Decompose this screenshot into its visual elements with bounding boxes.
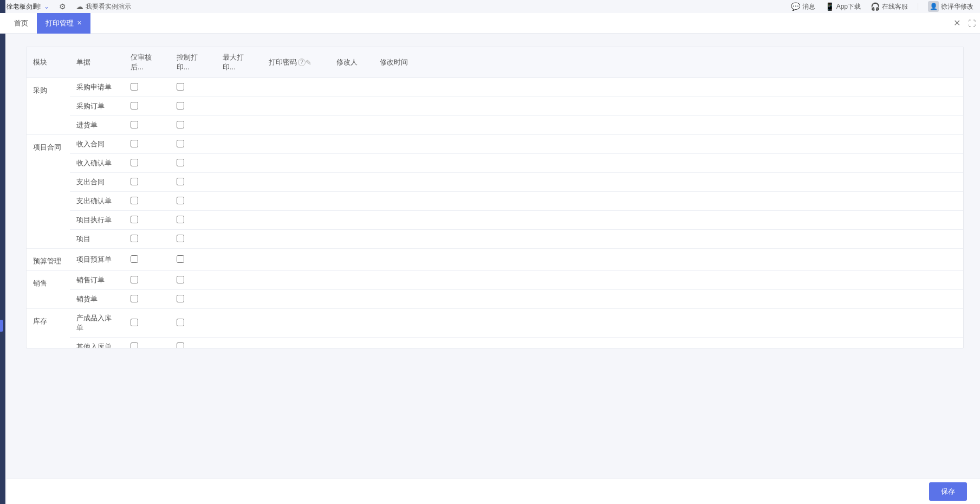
control-checkbox[interactable]: [177, 235, 184, 242]
approve-checkbox[interactable]: [131, 83, 138, 91]
module-cell: 项目合同: [27, 135, 70, 249]
approve-checkbox[interactable]: [131, 295, 138, 302]
empty-cell: [330, 271, 373, 290]
empty-cell: [330, 290, 373, 309]
control-checkbox[interactable]: [177, 121, 184, 128]
document-cell: 项目执行单: [70, 211, 124, 230]
messages-link[interactable]: 💬 消息: [791, 2, 815, 11]
empty-cell: [216, 249, 262, 271]
approve-checkbox-cell: [124, 173, 170, 192]
approve-checkbox[interactable]: [131, 197, 138, 204]
approve-checkbox[interactable]: [131, 216, 138, 223]
demo-link[interactable]: ☁ 我要看实例演示: [76, 2, 131, 11]
table-row: 支出合同: [27, 173, 963, 192]
table-row: 库存产成品入库单: [27, 309, 963, 338]
control-checkbox[interactable]: [177, 295, 184, 302]
close-all-icon[interactable]: ✕: [953, 18, 960, 28]
table-header-row: 模块 单据 仅审核后... 控制打印... 最大打印... 打印密码 ? ✎: [27, 47, 963, 78]
empty-cell: [216, 290, 262, 309]
tab-print-management[interactable]: 打印管理 ✕: [37, 13, 90, 34]
control-checkbox[interactable]: [177, 343, 184, 348]
print-settings-table: 模块 单据 仅审核后... 控制打印... 最大打印... 打印密码 ? ✎: [27, 47, 963, 348]
approve-checkbox[interactable]: [131, 276, 138, 283]
org-selector[interactable]: 徐老板勿删! ⌄: [7, 2, 49, 11]
empty-cell: [216, 192, 262, 211]
approve-checkbox[interactable]: [131, 159, 138, 166]
tab-active-label: 打印管理: [46, 18, 74, 28]
edit-icon[interactable]: ✎: [306, 59, 311, 67]
approve-checkbox[interactable]: [131, 121, 138, 128]
empty-cell: [373, 173, 963, 192]
top-bar: 徐老板勿删! ⌄ ⚙ ☁ 我要看实例演示 💬 消息 📱 App下载 🎧 在线客服…: [0, 0, 980, 13]
approve-checkbox[interactable]: [131, 319, 138, 326]
control-checkbox[interactable]: [177, 159, 184, 166]
approve-checkbox[interactable]: [131, 140, 138, 147]
control-checkbox[interactable]: [177, 140, 184, 147]
control-checkbox-cell: [170, 211, 216, 230]
empty-cell: [373, 154, 963, 173]
control-checkbox-cell: [170, 290, 216, 309]
approve-checkbox[interactable]: [131, 343, 138, 348]
help-icon[interactable]: ?: [298, 59, 306, 66]
control-checkbox[interactable]: [177, 276, 184, 283]
app-download-link[interactable]: 📱 App下载: [825, 2, 861, 11]
header-print-password: 打印密码 ? ✎: [262, 47, 330, 78]
approve-checkbox-cell: [124, 78, 170, 97]
document-cell: 支出确认单: [70, 192, 124, 211]
control-checkbox[interactable]: [177, 255, 184, 263]
empty-cell: [216, 154, 262, 173]
support-link[interactable]: 🎧 在线客服: [871, 2, 908, 11]
empty-cell: [262, 78, 330, 97]
fullscreen-icon[interactable]: ⛶: [968, 19, 976, 28]
empty-cell: [330, 154, 373, 173]
approve-checkbox[interactable]: [131, 102, 138, 109]
approve-checkbox[interactable]: [131, 235, 138, 242]
document-cell: 其他入库单: [70, 338, 124, 348]
empty-cell: [373, 309, 963, 338]
approve-checkbox-cell: [124, 290, 170, 309]
empty-cell: [330, 78, 373, 97]
control-checkbox-cell: [170, 135, 216, 154]
approve-checkbox-cell: [124, 116, 170, 135]
user-menu[interactable]: 👤 徐泽华修改: [928, 1, 973, 12]
approve-checkbox[interactable]: [131, 255, 138, 263]
control-checkbox[interactable]: [177, 216, 184, 223]
table-row: 采购采购申请单: [27, 78, 963, 97]
empty-cell: [373, 135, 963, 154]
control-checkbox[interactable]: [177, 178, 184, 185]
tab-home-label: 首页: [14, 18, 28, 28]
approve-checkbox-cell: [124, 135, 170, 154]
empty-cell: [262, 135, 330, 154]
header-document: 单据: [70, 47, 124, 78]
control-checkbox[interactable]: [177, 102, 184, 109]
control-checkbox[interactable]: [177, 197, 184, 204]
control-checkbox[interactable]: [177, 319, 184, 326]
top-bar-right: 💬 消息 📱 App下载 🎧 在线客服 👤 徐泽华修改: [791, 1, 973, 12]
message-icon: 💬: [791, 2, 800, 11]
control-checkbox[interactable]: [177, 83, 184, 91]
table-row: 收入确认单: [27, 154, 963, 173]
empty-cell: [216, 338, 262, 348]
tab-home[interactable]: 首页: [5, 13, 37, 34]
empty-cell: [373, 271, 963, 290]
empty-cell: [262, 309, 330, 338]
empty-cell: [373, 192, 963, 211]
username-label: 徐泽华修改: [941, 2, 973, 11]
table-row: 销货单: [27, 290, 963, 309]
approve-checkbox-cell: [124, 338, 170, 348]
control-checkbox-cell: [170, 249, 216, 271]
document-cell: 采购订单: [70, 97, 124, 116]
control-checkbox-cell: [170, 192, 216, 211]
empty-cell: [373, 116, 963, 135]
empty-cell: [216, 78, 262, 97]
empty-cell: [330, 230, 373, 249]
gear-icon[interactable]: ⚙: [59, 2, 66, 11]
close-icon[interactable]: ✕: [77, 20, 82, 27]
empty-cell: [262, 154, 330, 173]
approve-checkbox[interactable]: [131, 178, 138, 185]
table-scroll[interactable]: 模块 单据 仅审核后... 控制打印... 最大打印... 打印密码 ? ✎: [27, 47, 963, 348]
empty-cell: [330, 173, 373, 192]
empty-cell: [373, 211, 963, 230]
empty-cell: [373, 338, 963, 348]
control-checkbox-cell: [170, 78, 216, 97]
